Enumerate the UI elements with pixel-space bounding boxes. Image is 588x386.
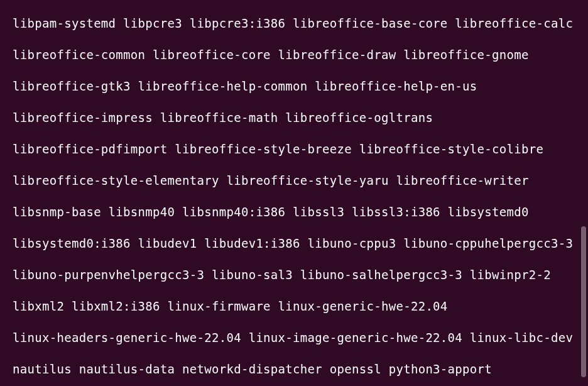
package-line: libreoffice-gtk3 libreoffice-help-common… <box>0 79 578 94</box>
package-line: libreoffice-common libreoffice-core libr… <box>0 47 578 63</box>
package-line: libsystemd0:i386 libudev1 libudev1:i386 … <box>0 236 578 251</box>
package-line: libreoffice-style-elementary libreoffice… <box>0 173 578 189</box>
package-line: nautilus nautilus-data networkd-dispatch… <box>0 361 578 377</box>
package-line: libsnmp-base libsnmp40 libsnmp40:i386 li… <box>0 204 578 220</box>
package-line: libreoffice-impress libreoffice-math lib… <box>0 110 578 126</box>
scrollbar-thumb[interactable] <box>581 226 586 377</box>
package-line: linux-headers-generic-hwe-22.04 linux-im… <box>0 330 578 346</box>
package-line: libreoffice-pdfimport libreoffice-style-… <box>0 141 578 157</box>
terminal-output[interactable]: libpam-systemd libpcre3 libpcre3:i386 li… <box>0 0 578 386</box>
package-line: libpam-systemd libpcre3 libpcre3:i386 li… <box>0 16 578 31</box>
package-line: libxml2 libxml2:i386 linux-firmware linu… <box>0 299 578 314</box>
scrollbar-track[interactable] <box>579 0 588 386</box>
package-line: libuno-purpenvhelpergcc3-3 libuno-sal3 l… <box>0 267 578 283</box>
